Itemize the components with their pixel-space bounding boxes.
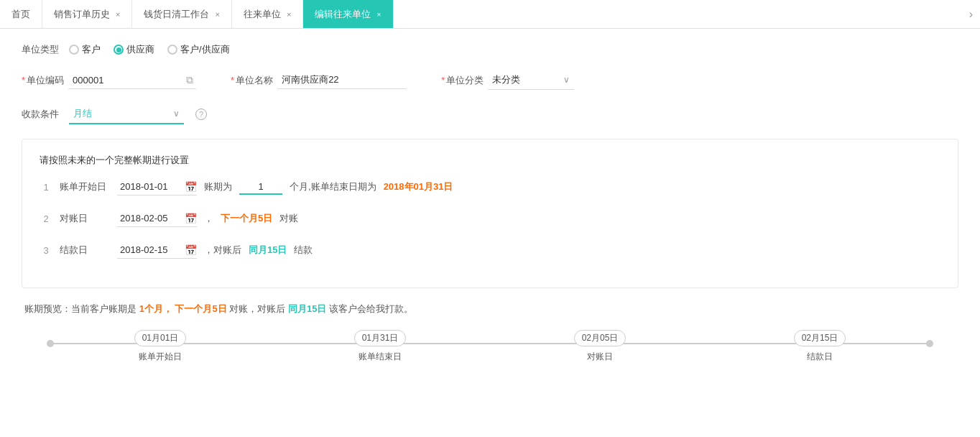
period-row-1-date-wrap: 📅 bbox=[117, 178, 197, 196]
period-settings-box: 请按照未来的一个完整帐期进行设置 1 账单开始日 📅 账期为 个月,账单结束日期… bbox=[22, 139, 958, 288]
tab-cash-work-label: 钱货日清工作台 bbox=[144, 8, 209, 21]
unit-category-select[interactable]: 未分类 ∨ bbox=[488, 70, 574, 90]
period-row-2-calendar-icon[interactable]: 📅 bbox=[185, 213, 197, 224]
tab-partner-unit-close[interactable]: × bbox=[287, 10, 291, 19]
preview-prefix: 账期预览：当前客户账期是 bbox=[24, 303, 137, 314]
unit-category-chevron-icon: ∨ bbox=[563, 75, 570, 85]
radio-supplier-circle bbox=[114, 45, 124, 55]
period-row-1-end-date: 2018年01月31日 bbox=[384, 180, 453, 193]
preview-middle-1: 下一个月5日 bbox=[175, 303, 226, 314]
period-row-3-date-input[interactable] bbox=[117, 242, 182, 258]
unit-type-label: 单位类型 bbox=[22, 43, 59, 56]
period-row-1-num: 1 bbox=[40, 182, 52, 193]
unit-category-star: * bbox=[441, 75, 445, 86]
timeline-label-2: 对账日 bbox=[587, 351, 613, 363]
period-row-1-calendar-icon[interactable]: 📅 bbox=[185, 181, 197, 193]
unit-code-label: 单位编码 bbox=[27, 74, 64, 87]
payment-help-icon[interactable]: ? bbox=[195, 109, 207, 120]
tab-home[interactable]: 首页 bbox=[0, 0, 42, 28]
tab-sales-history-label: 销售订单历史 bbox=[54, 8, 110, 21]
period-box-title: 请按照未来的一个完整帐期进行设置 bbox=[40, 154, 940, 167]
timeline-badge-1: 01月31日 bbox=[354, 330, 407, 346]
unit-type-radio-group: 客户 供应商 客户/供应商 bbox=[69, 43, 230, 56]
tabs-scroll-arrow[interactable]: › bbox=[962, 8, 980, 21]
timeline-node-2: 02月05日 对账日 bbox=[574, 330, 627, 363]
timeline-badge-3: 02月15日 bbox=[794, 330, 846, 346]
tab-partner-unit[interactable]: 往来单位 × bbox=[232, 0, 303, 28]
timeline-label-0: 账单开始日 bbox=[139, 351, 182, 363]
unit-category-label: 单位分类 bbox=[446, 74, 484, 87]
timeline-node-0: 01月01日 账单开始日 bbox=[134, 330, 187, 363]
timeline-label-1: 账单结束日 bbox=[359, 351, 402, 363]
preview-highlight-2: 同月15日 bbox=[288, 303, 326, 314]
preview-suffix: 该客户会给我打款。 bbox=[329, 303, 413, 314]
period-row-1-date-input[interactable] bbox=[117, 178, 182, 195]
tab-sales-history-close[interactable]: × bbox=[116, 10, 120, 19]
unit-name-star: * bbox=[231, 75, 234, 86]
unit-name-group: * 单位名称 bbox=[231, 72, 407, 89]
radio-customer-label: 客户 bbox=[82, 43, 101, 56]
period-row-1-desc-suffix: 个月,账单结束日期为 bbox=[290, 180, 376, 193]
unit-code-star: * bbox=[22, 75, 25, 86]
unit-category-group: * 单位分类 未分类 ∨ bbox=[441, 70, 574, 90]
period-row-2-num: 2 bbox=[40, 213, 52, 224]
unit-code-group: * 单位编码 ⧉ bbox=[22, 72, 196, 89]
payment-condition-label: 收款条件 bbox=[22, 108, 59, 121]
timeline-node-1: 01月31日 账单结束日 bbox=[354, 330, 407, 363]
period-row-3-label: 结款日 bbox=[60, 244, 110, 257]
tab-cash-work[interactable]: 钱货日清工作台 × bbox=[132, 0, 231, 28]
preview-text: 账期预览：当前客户账期是 1个月， 下一个月5日 对账，对账后 同月15日 该客… bbox=[22, 303, 958, 316]
unit-info-row: * 单位编码 ⧉ * 单位名称 * 单位分类 未分类 ∨ bbox=[22, 70, 958, 90]
tab-cash-work-close[interactable]: × bbox=[215, 10, 219, 19]
period-row-1-desc-prefix: 账期为 bbox=[204, 180, 232, 193]
period-row-3-date-wrap: 📅 bbox=[117, 242, 197, 259]
tab-partner-unit-label: 往来单位 bbox=[244, 8, 281, 21]
unit-category-value: 未分类 bbox=[492, 73, 558, 86]
period-row-2-desc-suf: 对账 bbox=[279, 212, 298, 225]
period-row-2-highlight: 下一个月5日 bbox=[221, 212, 272, 225]
period-row-3-highlight: 同月15日 bbox=[249, 244, 287, 257]
period-row-3-calendar-icon[interactable]: 📅 bbox=[185, 244, 197, 256]
timeline-label-3: 结款日 bbox=[807, 351, 833, 363]
period-row-3-desc-pre: ，对账后 bbox=[204, 244, 241, 257]
radio-supplier[interactable]: 供应商 bbox=[114, 43, 154, 56]
copy-icon[interactable]: ⧉ bbox=[183, 74, 196, 86]
period-row-3: 3 结款日 📅 ，对账后 同月15日 结款 bbox=[40, 242, 940, 259]
main-content: 单位类型 客户 供应商 客户/供应商 * 单位编码 ⧉ bbox=[0, 29, 980, 437]
timeline-badge-0: 01月01日 bbox=[134, 330, 187, 346]
period-row-2: 2 对账日 📅 ， 下一个月5日 对账 bbox=[40, 210, 940, 227]
tab-edit-partner-close[interactable]: × bbox=[376, 10, 381, 19]
payment-condition-row: 收款条件 月结 ∨ ? bbox=[22, 104, 958, 124]
unit-name-label: 单位名称 bbox=[236, 74, 273, 87]
period-row-1-label: 账单开始日 bbox=[60, 180, 110, 193]
timeline-badge-2: 02月05日 bbox=[574, 330, 627, 346]
preview-middle-2: 对账，对账后 bbox=[229, 303, 285, 314]
radio-customer-circle bbox=[69, 45, 79, 55]
unit-code-input[interactable] bbox=[68, 72, 183, 88]
period-row-2-date-wrap: 📅 bbox=[117, 210, 197, 227]
timeline-nodes: 01月01日 账单开始日 01月31日 账单结束日 02月05日 对账日 02月… bbox=[50, 330, 930, 363]
period-row-2-date-input[interactable] bbox=[117, 210, 182, 226]
period-months-input[interactable] bbox=[239, 180, 282, 195]
tabs-bar: 首页 销售订单历史 × 钱货日清工作台 × 往来单位 × 编辑往来单位 × › bbox=[0, 0, 980, 29]
period-row-2-desc-pre: ， bbox=[204, 212, 213, 225]
tab-sales-history[interactable]: 销售订单历史 × bbox=[42, 0, 132, 28]
tab-home-label: 首页 bbox=[11, 8, 30, 21]
tab-edit-partner[interactable]: 编辑往来单位 × bbox=[303, 0, 393, 28]
period-row-3-desc-suf: 结款 bbox=[294, 244, 313, 257]
preview-highlight-1: 1个月， bbox=[139, 303, 172, 314]
unit-type-row: 单位类型 客户 供应商 客户/供应商 bbox=[22, 43, 958, 56]
unit-name-input[interactable] bbox=[277, 72, 407, 89]
period-row-3-num: 3 bbox=[40, 245, 52, 256]
timeline-node-3: 02月15日 结款日 bbox=[794, 330, 846, 363]
period-row-2-label: 对账日 bbox=[60, 212, 110, 225]
radio-both[interactable]: 客户/供应商 bbox=[167, 43, 230, 56]
payment-condition-select[interactable]: 月结 ∨ bbox=[69, 104, 184, 124]
radio-both-label: 客户/供应商 bbox=[180, 43, 230, 56]
payment-condition-chevron-icon: ∨ bbox=[173, 109, 180, 119]
timeline-container: 01月01日 账单开始日 01月31日 账单结束日 02月05日 对账日 02月… bbox=[22, 330, 958, 363]
unit-code-input-wrap: ⧉ bbox=[68, 72, 196, 89]
payment-condition-value: 月结 bbox=[73, 107, 169, 120]
tab-edit-partner-label: 编辑往来单位 bbox=[315, 8, 371, 21]
radio-customer[interactable]: 客户 bbox=[69, 43, 101, 56]
